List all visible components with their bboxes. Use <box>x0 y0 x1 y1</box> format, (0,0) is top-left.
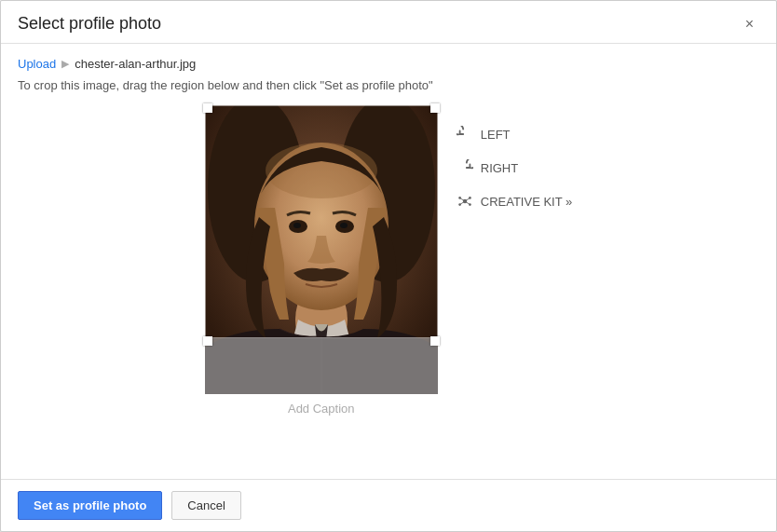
rotate-right-button[interactable]: RIGHT <box>457 157 573 178</box>
tools-panel: LEFT RIGHT <box>457 124 573 211</box>
dialog-footer: Set as profile photo Cancel <box>1 479 776 531</box>
rotate-left-label: LEFT <box>481 128 511 142</box>
rotate-right-label: RIGHT <box>481 161 518 175</box>
breadcrumb-filename: chester-alan-arthur.jpg <box>75 57 196 71</box>
set-profile-photo-button[interactable]: Set as profile photo <box>18 491 162 520</box>
dialog-title: Select profile photo <box>18 14 161 34</box>
image-container[interactable]: Add Caption <box>205 105 438 416</box>
crop-handle-tr[interactable] <box>430 103 440 113</box>
select-profile-photo-dialog: Select profile photo × Upload ▶ chester-… <box>0 0 777 532</box>
caption-placeholder[interactable]: Add Caption <box>288 402 355 416</box>
breadcrumb: Upload ▶ chester-alan-arthur.jpg <box>18 57 759 71</box>
svg-point-10 <box>340 223 348 228</box>
creative-kit-button[interactable]: CREATIVE KIT » <box>457 191 573 211</box>
crop-handle-br[interactable] <box>430 336 440 346</box>
image-crop-area[interactable] <box>205 105 438 394</box>
creative-kit-label: CREATIVE KIT » <box>481 195 573 209</box>
rotate-right-icon <box>457 159 473 176</box>
crop-handle-bl[interactable] <box>203 336 212 346</box>
svg-point-9 <box>293 223 301 228</box>
breadcrumb-upload[interactable]: Upload <box>18 57 56 71</box>
cancel-button[interactable]: Cancel <box>171 491 240 520</box>
below-crop-overlay <box>205 338 438 394</box>
rotate-left-icon <box>457 126 473 143</box>
rotate-left-button[interactable]: LEFT <box>457 124 573 144</box>
breadcrumb-arrow: ▶ <box>61 58 69 70</box>
content-area: Add Caption LEFT <box>18 105 759 466</box>
dialog-header: Select profile photo × <box>1 1 776 44</box>
crop-handle-tl[interactable] <box>203 103 212 113</box>
instruction-text: To crop this image, drag the region belo… <box>18 78 759 92</box>
creative-kit-icon <box>457 193 473 210</box>
close-button[interactable]: × <box>740 15 759 34</box>
dialog-body: Upload ▶ chester-alan-arthur.jpg To crop… <box>1 44 776 479</box>
